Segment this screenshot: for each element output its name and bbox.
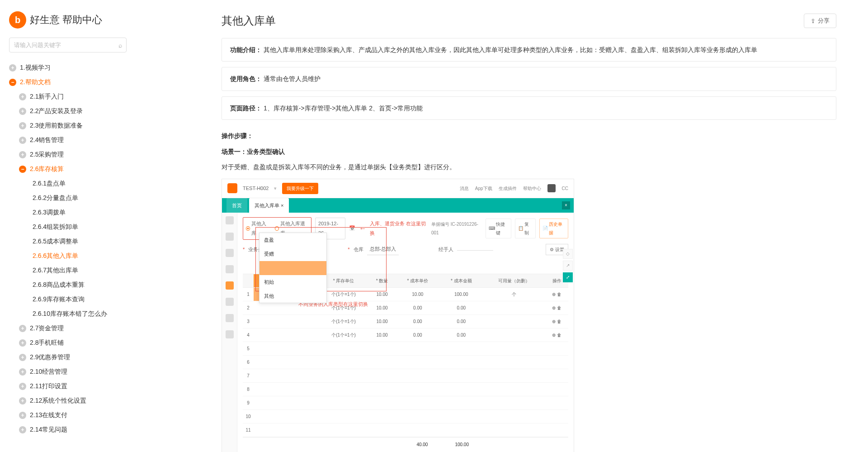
table-row: 8: [243, 382, 568, 396]
radio-icon: [246, 226, 250, 231]
table-row: 11: [243, 423, 568, 437]
nav-help-docs[interactable]: 2.帮助文档: [9, 75, 127, 90]
nav-label: 2.6.9库存账本查询: [33, 295, 85, 304]
nav-mobile-shop[interactable]: 2.8手机旺铺: [9, 336, 127, 350]
nav-label: 2.10经营管理: [30, 368, 67, 376]
ss-leftbar-icon: [226, 314, 234, 322]
nav-personalize[interactable]: 2.12系统个性化设置: [9, 394, 127, 408]
nav-label: 2.6库存核算: [30, 165, 64, 173]
table-row: 10: [243, 409, 568, 423]
ss-sum-qty: 40.00: [416, 440, 428, 449]
nav-2-6-2[interactable]: 2.6.2分量盘点单: [9, 191, 127, 205]
ss-content: 其他入库 其他入库退库 2019-12-26 📅 ← 入库、退货业务 在这里切换…: [237, 213, 574, 452]
plus-icon: [19, 339, 26, 347]
nav-beginner[interactable]: 2.1新手入门: [9, 90, 127, 104]
search-input[interactable]: [9, 38, 127, 52]
nav-video-learning[interactable]: 1.视频学习: [9, 61, 127, 75]
ss-help-link: 帮助中心: [523, 184, 541, 193]
nav-2-6-3[interactable]: 2.6.3调拨单: [9, 205, 127, 220]
ss-dropdown-option: 盘盈: [259, 233, 326, 247]
nav-label: 2.6.7其他出库单: [33, 266, 78, 275]
nav-list: 1.视频学习 2.帮助文档 2.1新手入门 2.2产品安装及登录 2.3使用前数…: [9, 61, 127, 437]
nav-purchase[interactable]: 2.5采购管理: [9, 147, 127, 162]
nav-label: 2.3使用前数据准备: [30, 122, 83, 130]
plus-icon: [19, 108, 26, 115]
ss-dropdown-option: [259, 261, 326, 275]
ss-toolbar-right: 单据编号 IC-20191226-001 ⌨ 快捷键 📋 复制 📄 历史单据: [431, 219, 568, 238]
plus-icon: [19, 368, 26, 376]
nav-install[interactable]: 2.2产品安装及登录: [9, 104, 127, 119]
intro-box: 功能介绍：其他入库单用来处理除采购入库、产成品入库之外的其他入库业务，因此其他入…: [222, 38, 836, 62]
nav-coupon[interactable]: 2.9优惠券管理: [9, 350, 127, 365]
nav-label: 2.7资金管理: [30, 324, 64, 333]
radio-icon: [275, 226, 279, 231]
nav-label: 2.6.3调拨单: [33, 209, 66, 217]
nav-print[interactable]: 2.11打印设置: [9, 379, 127, 394]
search-icon[interactable]: ⌕: [118, 42, 122, 49]
nav-online-pay[interactable]: 2.13在线支付: [9, 408, 127, 423]
screenshot-1: TEST-H002 ▾ 我要升级一下 消息 App下载 生成插件 帮助中心 CC…: [222, 179, 574, 452]
minus-icon: [9, 79, 16, 86]
logo-text: 好生意 帮助中心: [30, 13, 102, 27]
nav-label: 2.6.5成本调整单: [33, 238, 78, 246]
nav-finance[interactable]: 2.7资金管理: [9, 321, 127, 336]
ss-handler-label: 经手人: [439, 245, 453, 254]
ss-close-icon: ×: [562, 201, 570, 209]
nav-label: 2.12系统个性化设置: [30, 397, 86, 405]
share-button[interactable]: ⇪分享: [804, 14, 836, 28]
nav-label: 2.6.2分量盘点单: [33, 194, 78, 202]
ss-leftbar-icon: [226, 265, 234, 273]
table-row: 5: [243, 342, 568, 355]
ss-warehouse-value: 总部-总部入: [367, 243, 399, 255]
ss-avatar-icon: [547, 184, 556, 192]
ss-dropdown-option: 初始: [259, 275, 326, 289]
nav-label: 2.帮助文档: [20, 78, 51, 86]
intro-text: 其他入库单用来处理除采购入库、产成品入库之外的其他入库业务，因此其他入库单可处理…: [264, 46, 757, 53]
nav-2-6-10[interactable]: 2.6.10库存账本错了怎么办: [9, 307, 127, 321]
ss-logo-icon: [227, 183, 237, 193]
nav-label: 2.6.6其他入库单: [33, 252, 78, 260]
steps-label: 操作步骤：: [222, 130, 836, 142]
nav-label: 2.4销售管理: [30, 136, 64, 144]
ss-history-btn: 📄 历史单据: [539, 219, 568, 238]
nav-label: 2.5采购管理: [30, 151, 64, 159]
ss-gen-link: 生成插件: [499, 184, 517, 193]
nav-data-prep[interactable]: 2.3使用前数据准备: [9, 119, 127, 133]
nav-2-6-7[interactable]: 2.6.7其他出库单: [9, 263, 127, 278]
role-text: 通常由仓管人员维护: [264, 75, 321, 82]
ss-th: 可用量（勿删）: [483, 274, 546, 287]
nav-2-6-9[interactable]: 2.6.9库存账本查询: [9, 292, 127, 307]
nav-2-6-1[interactable]: 2.6.1盘点单: [9, 176, 127, 191]
path-box: 页面路径：1、库存核算->库存管理->其他入库单 2、首页->常用功能: [222, 96, 836, 120]
plus-icon: [19, 383, 26, 390]
ss-header: TEST-H002 ▾ 我要升级一下 消息 App下载 生成插件 帮助中心 CC: [222, 179, 574, 198]
nav-2-6-8[interactable]: 2.6.8商品成本重算: [9, 278, 127, 292]
nav-label: 2.14常见问题: [30, 426, 67, 434]
ss-top-links: 消息 App下载 生成插件 帮助中心 CC: [460, 184, 568, 193]
ss-shortcut-btn: ⌨ 快捷键: [486, 219, 511, 238]
nav-sales[interactable]: 2.4销售管理: [9, 133, 127, 147]
plus-icon: [19, 354, 26, 361]
nav-label: 2.6.4组装拆卸单: [33, 223, 78, 231]
nav-2-6-5[interactable]: 2.6.5成本调整单: [9, 234, 127, 249]
nav-inventory[interactable]: 2.6库存核算: [9, 162, 127, 176]
nav-2-6-4[interactable]: 2.6.4组装拆卸单: [9, 220, 127, 234]
nav-label: 2.11打印设置: [30, 382, 67, 390]
ss-right-icons: ◇ ↗ ⤢: [563, 249, 574, 282]
scene1-desc: 对于受赠、盘盈或是拆装入库等不同的业务，是通过单据头【业务类型】进行区分。: [222, 161, 836, 173]
nav-faq[interactable]: 2.14常见问题: [9, 423, 127, 437]
plus-icon: [19, 325, 26, 332]
search-wrap: ⌕: [9, 38, 127, 52]
main-content: 其他入库单 ⇪分享 功能介绍：其他入库单用来处理除采购入库、产成品入库之外的其他…: [136, 0, 868, 452]
ss-annotation-1: 入库、退货业务 在这里切换: [370, 219, 428, 238]
logo-icon: b: [9, 11, 26, 29]
ss-warehouse-label: 仓库: [354, 245, 363, 254]
ss-tab-home: 首页: [226, 198, 247, 213]
nav-operation[interactable]: 2.10经营管理: [9, 365, 127, 379]
nav-2-6-6[interactable]: 2.6.6其他入库单: [9, 249, 127, 263]
ss-tabs: 首页 其他入库单 × ×: [222, 198, 574, 213]
nav-label: 2.9优惠券管理: [30, 353, 70, 362]
plus-icon: [9, 64, 16, 71]
ss-biztype-dropdown: 盘盈 受赠 初始 其他: [259, 233, 327, 303]
minus-icon: [19, 166, 26, 173]
